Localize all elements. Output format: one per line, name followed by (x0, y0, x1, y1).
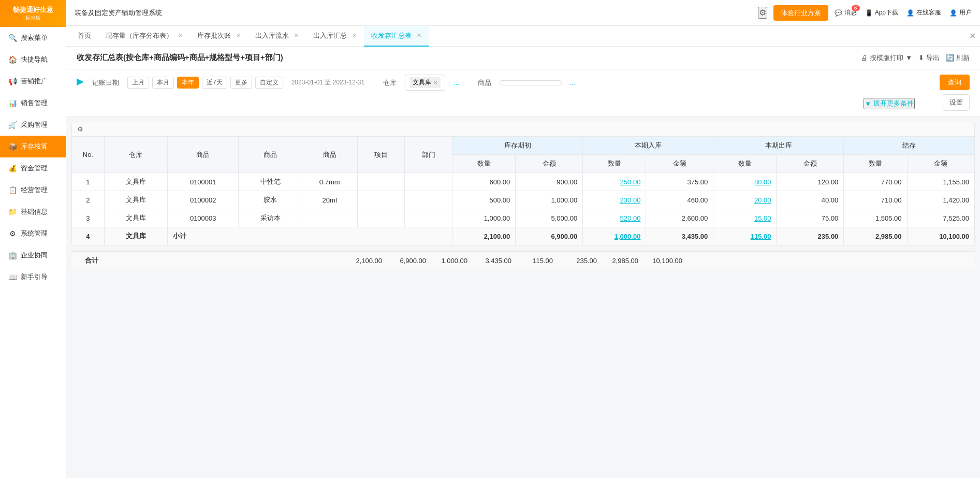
cell-in-qty[interactable]: 520.00 (583, 209, 646, 227)
sidebar-label-inventory: 库存核算 (21, 142, 48, 151)
cell-out-qty[interactable]: 80.00 (713, 173, 777, 191)
tab-close-stock_dist[interactable]: ✕ (178, 32, 183, 39)
cell-out-qty[interactable]: 20.00 (713, 191, 777, 209)
cell-bal-amt: 7,525.00 (907, 209, 974, 227)
date-btn-this-month[interactable]: 本月 (152, 77, 174, 89)
filter-collapse-arrow[interactable]: ▶ (77, 76, 84, 87)
trial-button[interactable]: 体验行业方案 (773, 5, 828, 21)
sidebar-item-search[interactable]: 🔍搜索菜单 (0, 27, 66, 49)
tab-bar: 首页现存量（库存分布表）✕库存批次账✕出入库流水✕出入库汇总✕收发存汇总表✕✕ (66, 26, 980, 47)
cell-dept (405, 173, 452, 191)
tab-recv_send[interactable]: 收发存汇总表✕ (364, 26, 429, 47)
tab-home[interactable]: 首页 (70, 26, 98, 47)
th-balance: 结存 (844, 137, 974, 155)
sidebar-item-basic[interactable]: 📁基础信息 (0, 201, 66, 223)
tab-label-home: 首页 (78, 31, 91, 40)
cell-name: 采访本 (239, 209, 302, 227)
app-download-action[interactable]: 📱 App下载 (865, 8, 898, 17)
cell-sub-in-qty[interactable]: 1,000.00 (583, 227, 646, 245)
tab-close-inout_summary[interactable]: ✕ (352, 32, 357, 39)
refresh-icon: 🔄 (946, 54, 954, 62)
footer-in-amt: 3,435.00 (473, 257, 517, 265)
online-service-label: 在线客服 (916, 8, 941, 17)
cell-sub-bal-amt: 10,100.00 (907, 227, 974, 245)
date-btn-more[interactable]: 更多 (230, 77, 252, 89)
table-header-group-row: No. 仓库 商品 商品 商品 项目 部门 库存期初 本期入库 本期出库 结存 (72, 137, 974, 155)
date-btn-this-year[interactable]: 本年 (177, 77, 199, 89)
expand-conditions-btn[interactable]: ▼ 展开更多条件 (864, 98, 915, 109)
refresh-button[interactable]: 🔄 刷新 (946, 53, 970, 63)
footer-open-amt: 6,900.00 (387, 257, 431, 265)
sidebar-item-inventory[interactable]: 📦库存核算 (0, 136, 66, 157)
th-warehouse: 仓库 (104, 137, 167, 173)
date-filter-buttons: 上月 本月 本年 近7天 更多 自定义 (127, 77, 283, 89)
export-icon: ⬇ (918, 54, 924, 62)
online-service-action[interactable]: 👤 在线客服 (906, 8, 941, 17)
basic-icon: 📁 (8, 208, 17, 216)
sidebar-item-marketing[interactable]: 📢营销推广 (0, 70, 66, 92)
tab-stock_dist[interactable]: 现存量（库存分布表）✕ (98, 26, 190, 47)
print-button[interactable]: 🖨 按模版打印 ▼ (861, 53, 912, 63)
cell-sub-out-qty[interactable]: 115.00 (713, 227, 777, 245)
footer-total-row: 合计 2,100.00 6,900.00 1,000.00 3,435.00 1… (71, 251, 975, 269)
date-btn-7days[interactable]: 近7天 (202, 77, 227, 89)
date-btn-last-month[interactable]: 上月 (127, 77, 149, 89)
export-button[interactable]: ⬇ 导出 (918, 53, 940, 63)
warehouse-tag: 文具库 ✕ (409, 77, 441, 88)
tab-bar-close-button[interactable]: ✕ (969, 31, 976, 41)
goods-more-btn[interactable]: ... (570, 79, 576, 86)
data-table-container: ⚙ No. 仓库 商品 商品 商品 项目 部门 库存期初 本期入库 本期出库 (71, 122, 975, 245)
tab-inout_summary[interactable]: 出入库汇总✕ (306, 26, 364, 47)
table-row: 3 文具库 0100003 采访本 1,000.00 5,000.00 520.… (72, 209, 974, 227)
top-header: 装备及固定资产辅助管理系统 ⚙ 体验行业方案 💬 消息 6 📱 App下载 👤 … (66, 0, 980, 26)
user-action[interactable]: 👤 用户 (949, 8, 972, 17)
service-icon: 👤 (906, 9, 914, 17)
tab-close-batch[interactable]: ✕ (236, 32, 241, 39)
cell-open-amt: 900.00 (516, 173, 583, 191)
tab-close-recv_send[interactable]: ✕ (417, 32, 421, 39)
sidebar-item-purchase[interactable]: 🛒采购管理 (0, 114, 66, 136)
footer-out-qty: 115.00 (517, 257, 558, 265)
date-filter-label: 记账日期 (92, 78, 119, 88)
tab-label-stock_dist: 现存量（库存分布表） (106, 31, 173, 40)
sidebar-item-system[interactable]: ⚙系统管理 (0, 223, 66, 244)
cell-out-amt: 40.00 (777, 191, 844, 209)
sidebar-item-quicknav[interactable]: 🏠快捷导航 (0, 49, 66, 70)
finance-icon: 💰 (8, 164, 17, 172)
settings-button[interactable]: 设置 (943, 94, 970, 111)
sidebar-item-finance[interactable]: 💰资金管理 (0, 157, 66, 179)
tab-label-batch: 库存批次账 (197, 31, 231, 40)
tab-close-inout_flow[interactable]: ✕ (294, 32, 299, 39)
cell-bal-qty: 710.00 (844, 191, 907, 209)
logo-subtitle: 标准版 (4, 15, 62, 22)
sidebar-item-enterprise[interactable]: 🏢企业协同 (0, 244, 66, 266)
warehouse-tag-close[interactable]: ✕ (433, 80, 437, 85)
table-row: 2 文具库 0100002 胶水 20ml 500.00 1,000.00 23… (72, 191, 974, 209)
date-btn-custom[interactable]: 自定义 (255, 77, 283, 89)
sidebar-item-guide[interactable]: 📖新手引导 (0, 266, 66, 288)
guide-icon: 📖 (8, 273, 17, 281)
goods-filter-input[interactable] (500, 80, 562, 85)
messages-action[interactable]: 💬 消息 6 (835, 8, 857, 17)
cell-warehouse: 文具库 (104, 173, 167, 191)
column-settings-icon[interactable]: ⚙ (77, 125, 83, 133)
settings-icon[interactable]: ⚙ (758, 7, 767, 19)
cell-in-qty[interactable]: 230.00 (583, 191, 646, 209)
cell-bal-qty: 1,505.00 (844, 209, 907, 227)
filter-body: 记账日期 上月 本月 本年 近7天 更多 自定义 2023-01-01 至 20… (92, 75, 915, 109)
sidebar-item-operation[interactable]: 📋经营管理 (0, 179, 66, 201)
table-subtotal-row: 4 文具库 小计 2,100.00 6,900.00 1,000.00 3,43… (72, 227, 974, 245)
system-name: 装备及固定资产辅助管理系统 (75, 8, 752, 18)
cell-code: 0100002 (167, 191, 239, 209)
tab-inout_flow[interactable]: 出入库流水✕ (248, 26, 306, 47)
sidebar-label-purchase: 采购管理 (21, 120, 48, 129)
sidebar-item-sales[interactable]: 📊销售管理 (0, 92, 66, 114)
sidebar-label-guide: 新手引导 (21, 272, 48, 282)
warehouse-filter-input[interactable]: 文具库 ✕ (405, 75, 445, 91)
cell-in-qty[interactable]: 250.00 (583, 173, 646, 191)
query-button[interactable]: 查询 (940, 75, 970, 90)
tab-batch[interactable]: 库存批次账✕ (190, 26, 248, 47)
cell-out-qty[interactable]: 15.00 (713, 209, 777, 227)
warehouse-more-btn[interactable]: ... (454, 79, 459, 86)
header-actions: 💬 消息 6 📱 App下载 👤 在线客服 👤 用户 (835, 8, 972, 17)
